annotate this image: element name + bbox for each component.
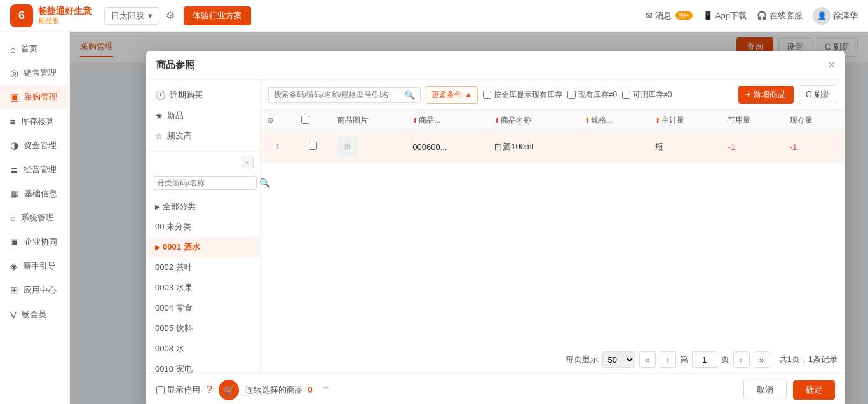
enterprise-icon: ▣ [10,236,19,248]
category-search-input[interactable] [153,176,257,190]
expand-icon: ▶ [155,244,160,251]
table-settings-col[interactable]: ⚙ [261,110,295,131]
quick-link-recent[interactable]: 🕐 近期购买 [146,85,260,105]
sidebar-item-basics[interactable]: ▦ 基础信息 [0,182,69,206]
gear-icon[interactable]: ⚙ [166,10,175,22]
category-item-0008[interactable]: 0008 水 [146,339,260,359]
next-page-button[interactable]: › [733,351,750,368]
sort-icon: ⬆ [585,117,590,124]
collapse-panel-button[interactable]: « [241,156,254,168]
sidebar-item-finance[interactable]: ◑ 资金管理 [0,133,69,158]
category-item-0005[interactable]: 0005 饮料 [146,318,260,339]
footer-collapse-icon[interactable]: ⌃ [322,384,330,396]
table-row[interactable]: 1 图 000600... 白酒100ml 瓶 -1 [261,131,845,163]
nav-right: ✉ 消息 99+ 📱 App下载 🎧 在线客服 👤 徐泽华 [646,7,858,25]
quick-link-label: 频次高 [167,130,192,142]
service-btn[interactable]: 🎧 在线客服 [757,10,803,22]
apps-icon: ⊞ [10,285,18,296]
category-item-0003[interactable]: 0003 水果 [146,278,260,298]
sidebar-label: 应用中心 [24,285,57,296]
sidebar-label: 采购管理 [24,91,57,103]
message-badge: 99+ [675,11,693,20]
sidebar-item-enterprise[interactable]: ▣ 企业协同 [0,230,69,254]
refresh-button[interactable]: C 刷新 [799,85,837,104]
show-disabled-checkbox[interactable]: 显示停用 [156,384,200,396]
available-nonzero-filter[interactable]: 可用库存≠0 [622,90,672,100]
sidebar-item-sales[interactable]: ◎ 销售管理 [0,61,69,85]
disabled-checkbox[interactable] [156,386,165,394]
sidebar-item-home[interactable]: ⌂ 首页 [0,37,69,61]
product-reference-modal: 商品参照 × 🕐 近期购买 ★ 新品 [146,51,845,404]
logo-text: 畅捷通好生意 [38,6,92,17]
warehouse-filter[interactable]: 按仓库显示现有库存 [483,90,562,100]
stock-nonzero-filter[interactable]: 现有库存≠0 [567,90,617,100]
branch-name: 日太阳膜 [111,10,144,22]
cancel-button[interactable]: 取消 [743,380,787,400]
category-name: 0001 酒水 [163,241,200,253]
help-icon[interactable]: ? [207,384,212,396]
sidebar-label: 经营管理 [24,164,57,175]
row-number: 1 [261,131,295,163]
warehouse-checkbox[interactable] [483,91,491,99]
add-product-button[interactable]: + 新增商品 [738,86,794,104]
category-item-all[interactable]: ▶ 全部分类 [146,196,260,217]
sidebar-item-system[interactable]: ○ 系统管理 [0,206,69,230]
app-download-btn[interactable]: 📱 App下载 [703,10,747,22]
modal-right-panel: 🔍 更多条件 ▲ 按仓库显示现有库存 现有库存≠0 [261,80,845,373]
left-sidebar: ⌂ 首页 ◎ 销售管理 ▣ 采购管理 ≡ 库存核算 ◑ 资金管理 ≣ 经营管理 … [0,32,70,404]
headset-icon: 🎧 [757,11,767,20]
quick-link-frequent[interactable]: ☆ 频次高 [146,126,260,146]
cart-icon[interactable]: 🛒 [219,380,239,400]
row-stock-cell: -1 [783,131,845,163]
stock-checkbox[interactable] [567,91,576,99]
page-number-input[interactable] [692,351,717,368]
content-area: 采购管理 查询 设置 C 刷新 商品参照 × [70,32,868,404]
category-item-0004[interactable]: 0004 零食 [146,298,260,318]
table-available-col: 可用量 [721,110,783,131]
modal-header: 商品参照 × [146,51,845,80]
last-page-button[interactable]: » [754,351,770,368]
modal-footer: 显示停用 ? 🛒 连续选择的商品 0 ⌃ 取消 确定 [146,373,845,404]
expand-icon: ▶ [155,203,160,210]
sidebar-item-purchase[interactable]: ▣ 采购管理 [0,85,69,109]
available-checkbox[interactable] [622,91,630,99]
close-icon[interactable]: × [828,58,835,72]
row-checkbox[interactable] [309,142,317,150]
confirm-button[interactable]: 确定 [793,380,835,400]
row-checkbox-cell[interactable] [295,131,331,163]
category-item-0010[interactable]: 0010 家电 [146,359,260,373]
category-name: 0008 水 [155,343,184,354]
category-item-0001[interactable]: ▶ 0001 酒水 [146,237,260,257]
selected-count: 0 [308,385,313,394]
row-code-cell: 000600... [406,131,488,163]
category-item-00[interactable]: 00 未分类 [146,217,260,237]
select-all-checkbox[interactable] [301,116,309,124]
product-table: ⚙ 商品图片 ⬆ 商品... [261,110,845,163]
quick-link-new[interactable]: ★ 新品 [146,105,260,126]
table-stock-col: 现存量 [783,110,845,131]
sidebar-item-apps[interactable]: ⊞ 应用中心 [0,278,69,302]
quick-link-label: 新品 [167,110,184,121]
more-filter-button[interactable]: 更多条件 ▲ [426,86,478,104]
branch-selector[interactable]: 日太阳膜 ▾ [104,7,159,25]
table-image-col: 商品图片 [331,110,406,131]
total-info: 共1页，1条记录 [779,354,837,365]
user-btn[interactable]: 👤 徐泽华 [813,7,858,25]
product-search-input[interactable] [274,90,401,99]
message-btn[interactable]: ✉ 消息 99+ [646,10,693,22]
top-nav: 6 畅捷通好生意 精品版 日太阳膜 ▾ ⚙ 体验行业方案 ✉ 消息 99+ 📱 … [0,0,868,32]
page-size-select[interactable]: 50 10 20 100 [602,351,635,368]
sidebar-label: 畅会员 [22,309,46,320]
sort-icon: ⬆ [655,117,660,124]
sidebar-label: 企业协同 [24,236,57,248]
row-unit-cell: 瓶 [649,131,722,163]
sidebar-item-guide[interactable]: ◈ 新手引导 [0,254,69,278]
sidebar-item-member[interactable]: V 畅会员 [0,302,69,327]
category-item-0002[interactable]: 0002 茶叶 [146,257,260,278]
sidebar-item-inventory[interactable]: ≡ 库存核算 [0,109,69,133]
first-page-button[interactable]: « [639,351,656,368]
sidebar-label: 资金管理 [24,140,57,151]
sidebar-item-operations[interactable]: ≣ 经营管理 [0,158,69,182]
prev-page-button[interactable]: ‹ [660,351,676,368]
trial-button[interactable]: 体验行业方案 [184,6,251,25]
